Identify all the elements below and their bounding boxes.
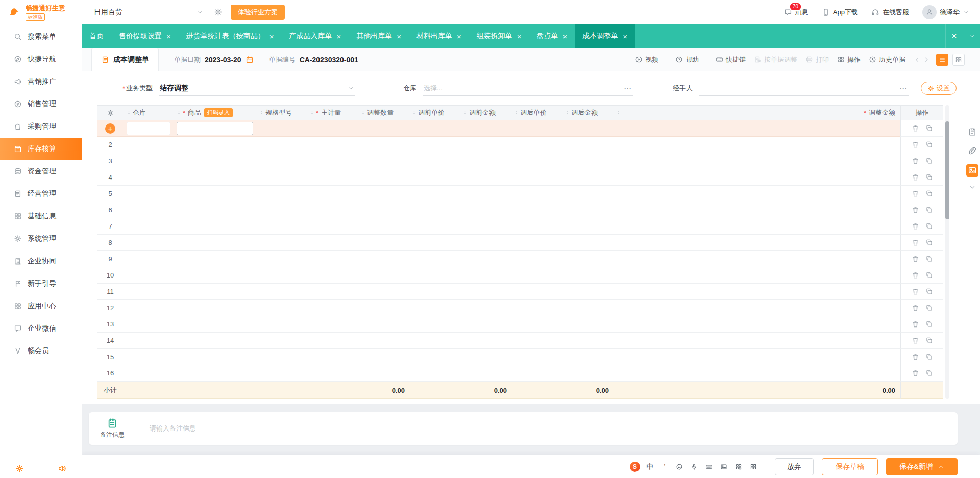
table-cell[interactable] [852, 251, 900, 267]
tab-0[interactable]: 首页 [82, 24, 111, 48]
col-header-before_price[interactable]: 调前单价 [409, 105, 460, 120]
table-cell[interactable] [511, 284, 562, 300]
table-cell[interactable] [562, 235, 613, 251]
table-cell[interactable] [852, 316, 900, 333]
table-cell[interactable] [460, 169, 511, 186]
table-cell[interactable] [256, 153, 307, 169]
sidebar-item-8[interactable]: 基础信息 [0, 205, 82, 228]
copy-row-icon[interactable] [925, 271, 933, 279]
table-cell[interactable] [307, 300, 358, 316]
table-cell[interactable] [460, 186, 511, 202]
copy-row-icon[interactable] [925, 320, 933, 328]
table-cell[interactable] [460, 153, 511, 169]
trial-plan-button[interactable]: 体验行业方案 [231, 5, 285, 20]
table-cell[interactable] [460, 137, 511, 153]
table-cell[interactable] [511, 120, 562, 137]
tab-close-icon[interactable]: × [337, 33, 341, 40]
tabs-menu-icon[interactable] [963, 24, 980, 48]
messages-button[interactable]: 70 消息 [784, 8, 808, 17]
table-cell[interactable] [562, 120, 613, 137]
copy-row-icon[interactable] [925, 124, 933, 132]
table-cell[interactable] [307, 349, 358, 365]
table-cell[interactable] [307, 153, 358, 169]
delete-row-icon[interactable] [912, 304, 919, 312]
table-cell[interactable] [358, 365, 409, 382]
tab-6[interactable]: 组装拆卸单× [469, 24, 529, 48]
table-cell[interactable] [307, 169, 358, 186]
table-cell[interactable] [307, 365, 358, 382]
tab-7[interactable]: 盘点单× [529, 24, 575, 48]
copy-row-icon[interactable] [925, 190, 933, 197]
warehouse-select[interactable]: 选择... ··· [423, 81, 633, 96]
handler-select[interactable]: ··· [699, 81, 909, 96]
sidebar-item-3[interactable]: 销售管理 [0, 93, 82, 115]
table-cell[interactable] [358, 251, 409, 267]
table-cell[interactable] [124, 169, 174, 186]
date-value[interactable]: 2023-03-20 [205, 56, 241, 64]
delete-row-icon[interactable] [912, 239, 919, 246]
table-cell[interactable] [358, 202, 409, 218]
table-cell[interactable] [256, 202, 307, 218]
table-cell[interactable] [409, 153, 460, 169]
table-cell[interactable] [460, 333, 511, 349]
table-cell[interactable] [307, 284, 358, 300]
table-cell[interactable] [409, 218, 460, 235]
calendar-icon[interactable] [246, 56, 254, 64]
tab-5[interactable]: 材料出库单× [409, 24, 469, 48]
sidebar-item-13[interactable]: 企业微信 [0, 317, 82, 340]
table-cell[interactable] [562, 300, 613, 316]
delete-row-icon[interactable] [912, 369, 919, 377]
warehouse-cell-input[interactable] [127, 122, 170, 135]
delete-row-icon[interactable] [912, 320, 919, 328]
sidebar-item-10[interactable]: 企业协同 [0, 250, 82, 272]
tab-close-icon[interactable]: × [517, 33, 522, 40]
table-cell[interactable] [460, 120, 511, 137]
table-cell[interactable] [409, 251, 460, 267]
table-cell[interactable] [460, 267, 511, 284]
scan-input-button[interactable]: 扫码录入 [204, 108, 233, 117]
tab-4[interactable]: 其他出库单× [349, 24, 409, 48]
table-cell[interactable] [409, 284, 460, 300]
tab-8[interactable]: 成本调整单× [575, 24, 635, 48]
table-cell[interactable] [174, 235, 256, 251]
table-cell[interactable] [613, 137, 852, 153]
col-header-spacer[interactable] [613, 105, 852, 120]
table-cell[interactable] [256, 333, 307, 349]
table-cell[interactable] [511, 137, 562, 153]
table-cell[interactable] [562, 284, 613, 300]
tab-close-icon[interactable]: × [623, 33, 627, 40]
table-cell[interactable] [613, 300, 852, 316]
table-cell[interactable] [613, 251, 852, 267]
table-cell[interactable] [124, 186, 174, 202]
table-cell[interactable] [562, 316, 613, 333]
table-cell[interactable] [124, 120, 174, 137]
announcement-icon[interactable] [58, 464, 66, 473]
table-cell[interactable] [174, 333, 256, 349]
table-cell[interactable] [174, 251, 256, 267]
table-cell[interactable] [511, 186, 562, 202]
table-cell[interactable] [511, 235, 562, 251]
table-cell[interactable] [852, 218, 900, 235]
sidebar-item-1[interactable]: 快捷导航 [0, 48, 82, 70]
table-cell[interactable] [174, 169, 256, 186]
table-cell[interactable] [409, 349, 460, 365]
table-cell[interactable] [307, 120, 358, 137]
image-icon[interactable] [966, 164, 978, 177]
table-cell[interactable] [511, 300, 562, 316]
table-cell[interactable] [409, 316, 460, 333]
tab-close-icon[interactable]: × [397, 33, 401, 40]
table-cell[interactable] [562, 251, 613, 267]
table-cell[interactable] [124, 333, 174, 349]
column-settings-icon[interactable] [107, 109, 114, 117]
ime-skin-icon[interactable] [719, 462, 729, 472]
table-cell[interactable] [613, 267, 852, 284]
table-cell[interactable] [409, 235, 460, 251]
table-cell[interactable] [358, 284, 409, 300]
handler-more-button[interactable]: ··· [900, 85, 908, 92]
save-and-new-button[interactable]: 保存&新增 [886, 458, 958, 475]
table-cell[interactable] [307, 267, 358, 284]
table-cell[interactable] [307, 333, 358, 349]
table-cell[interactable] [852, 186, 900, 202]
table-cell[interactable] [852, 349, 900, 365]
table-cell[interactable] [562, 137, 613, 153]
